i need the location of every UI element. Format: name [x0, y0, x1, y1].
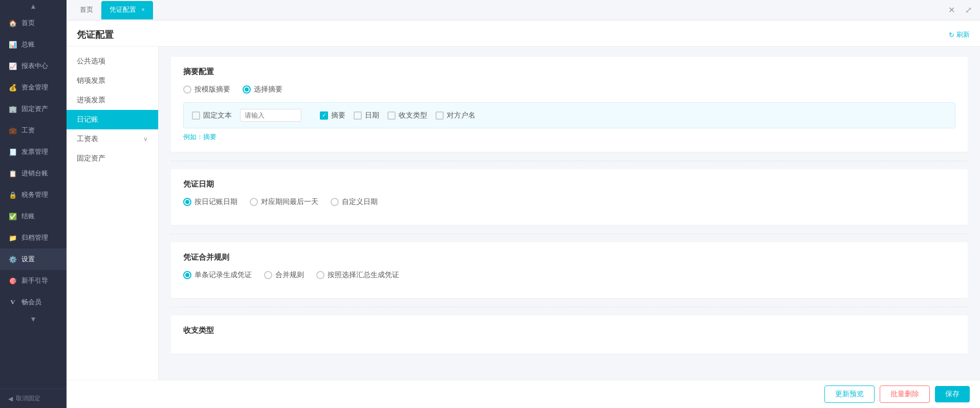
left-nav: 公共选项 销项发票 进项发票 日记账 工资表 ∨ 固定资产	[67, 47, 159, 380]
radio-circle	[264, 271, 272, 279]
radio-summary-generate[interactable]: 按照选择汇总生成凭证	[316, 270, 399, 280]
sidebar-item-reports[interactable]: 📈 报表中心	[0, 55, 67, 77]
checkbox-income-type[interactable]: 收支类型	[387, 111, 427, 120]
left-nav-fixed-assets[interactable]: 固定资产	[67, 149, 158, 168]
section-divider-2	[171, 234, 968, 234]
refresh-icon: ↻	[949, 31, 954, 39]
checkbox-summary[interactable]: 摘要	[320, 111, 345, 120]
radio-circle	[316, 271, 324, 279]
tab-voucher-config[interactable]: 凭证配置 ×	[101, 1, 153, 19]
radio-circle	[183, 85, 191, 94]
checkbox-counterpart[interactable]: 对方户名	[435, 111, 475, 120]
sidebar-item-assets[interactable]: 🏢 固定资产	[0, 98, 67, 120]
sidebar-item-label: 畅会员	[21, 298, 41, 307]
checkbox-box	[435, 111, 444, 120]
tab-home-label: 首页	[80, 5, 93, 14]
sidebar-item-ledger[interactable]: 📊 总账	[0, 34, 67, 55]
sidebar-item-label: 固定资产	[21, 104, 48, 114]
sidebar-item-funds[interactable]: 💰 资金管理	[0, 77, 67, 98]
voucher-date-radio-group: 按日记账日期 对应期间最后一天 自定义日期	[183, 197, 955, 207]
main-area: 首页 凭证配置 × ✕ ⤢ 凭证配置 ↻ 刷新 公共选项	[67, 0, 980, 408]
radio-select-summary[interactable]: 选择摘要	[243, 85, 282, 94]
tab-home[interactable]: 首页	[72, 1, 101, 19]
assets-icon: 🏢	[8, 104, 17, 114]
radio-circle-checked	[183, 198, 191, 206]
sidebar-item-label: 新手引导	[21, 276, 48, 285]
radio-single-record[interactable]: 单条记录生成凭证	[183, 270, 252, 280]
income-type-section: 收支类型	[171, 315, 968, 354]
sidebar-item-sales[interactable]: 📋 进销台账	[0, 163, 67, 184]
merge-rules-radio-group: 单条记录生成凭证 合并规则 按照选择汇总生成凭证	[183, 270, 955, 280]
left-nav-sales-invoice[interactable]: 销项发票	[67, 71, 158, 90]
refresh-button[interactable]: ↻ 刷新	[949, 30, 970, 39]
checkbox-box-checked	[320, 111, 328, 120]
sidebar-item-home[interactable]: 🏠 首页	[0, 12, 67, 34]
summary-config-section: 摘要配置 按模版摘要 选择摘要	[171, 57, 968, 152]
section-divider-1	[171, 161, 968, 161]
radio-template-summary[interactable]: 按模版摘要	[183, 85, 230, 94]
left-nav-purchase-invoice[interactable]: 进项发票	[67, 90, 158, 110]
sales-icon: 📋	[8, 169, 17, 178]
ledger-icon: 📊	[8, 40, 17, 49]
merge-rules-section: 凭证合并规则 单条记录生成凭证 合并规则 按照选择汇总生成凭证	[171, 242, 968, 299]
tab-close-window-btn[interactable]: ✕	[945, 4, 958, 16]
tab-bar: 首页 凭证配置 × ✕ ⤢	[67, 0, 980, 20]
page-header: 凭证配置 ↻ 刷新	[67, 20, 980, 47]
sidebar-item-label: 资金管理	[21, 83, 48, 92]
page-title: 凭证配置	[77, 29, 114, 41]
batch-delete-button[interactable]: 批量删除	[880, 386, 930, 403]
sidebar-item-settlement[interactable]: ✅ 结账	[0, 206, 67, 227]
layout: 公共选项 销项发票 进项发票 日记账 工资表 ∨ 固定资产	[67, 47, 980, 380]
checkbox-fixed-text[interactable]: 固定文本	[192, 111, 232, 120]
sidebar-item-label: 设置	[21, 255, 35, 264]
sidebar-item-payroll[interactable]: 💼 工资	[0, 120, 67, 141]
chevron-down-icon: ∨	[143, 135, 148, 143]
sidebar-item-vip[interactable]: V 畅会员	[0, 291, 67, 313]
left-nav-public[interactable]: 公共选项	[67, 52, 158, 71]
tab-maximize-btn[interactable]: ⤢	[962, 4, 975, 16]
settlement-icon: ✅	[8, 212, 17, 221]
settings-icon: ⚙️	[8, 255, 17, 264]
checkbox-box	[387, 111, 396, 120]
update-preview-button[interactable]: 更新预览	[824, 386, 875, 403]
example-text: 例如：摘要	[183, 132, 955, 142]
tab-voucher-config-label: 凭证配置	[110, 5, 136, 14]
tab-close-icon[interactable]: ×	[141, 6, 145, 13]
radio-journal-date[interactable]: 按日记账日期	[183, 197, 237, 207]
sidebar-item-label: 税务管理	[21, 190, 48, 199]
radio-merge-rules[interactable]: 合并规则	[264, 270, 304, 280]
funds-icon: 💰	[8, 83, 17, 92]
summary-checkbox-row: 固定文本 摘要 日期 收支类型	[183, 102, 955, 128]
checkbox-date[interactable]: 日期	[354, 111, 379, 120]
sidebar-item-guide[interactable]: 🎯 新手引导	[0, 270, 67, 291]
sidebar-item-archive[interactable]: 📁 归档管理	[0, 227, 67, 248]
fixed-text-input[interactable]	[240, 109, 301, 122]
radio-period-last-day[interactable]: 对应期间最后一天	[250, 197, 318, 207]
radio-custom-date[interactable]: 自定义日期	[331, 197, 378, 207]
left-nav-journal[interactable]: 日记账	[67, 110, 158, 129]
refresh-label: 刷新	[956, 30, 970, 39]
sidebar-unpin-btn[interactable]: ◀ 取消固定	[0, 389, 67, 408]
bottom-bar: 更新预览 批量删除 保存	[67, 380, 980, 408]
checkbox-box	[192, 111, 200, 120]
sidebar-scroll-down[interactable]: ▼	[0, 313, 67, 325]
sidebar-item-invoice[interactable]: 🧾 发票管理	[0, 141, 67, 163]
radio-circle	[331, 198, 339, 206]
summary-config-title: 摘要配置	[183, 67, 955, 77]
radio-circle	[250, 198, 258, 206]
tab-controls: ✕ ⤢	[945, 4, 975, 16]
tax-icon: 🔒	[8, 190, 17, 199]
left-nav-payroll-table[interactable]: 工资表 ∨	[67, 129, 158, 149]
voucher-date-section: 凭证日期 按日记账日期 对应期间最后一天 自定义日期	[171, 169, 968, 225]
sidebar-item-tax[interactable]: 🔒 税务管理	[0, 184, 67, 206]
sidebar-scroll-up[interactable]: ▲	[0, 0, 67, 12]
guide-icon: 🎯	[8, 276, 17, 285]
sidebar-item-settings[interactable]: ⚙️ 设置	[0, 248, 67, 270]
reports-icon: 📈	[8, 61, 17, 71]
sidebar-item-label: 首页	[21, 18, 35, 28]
save-button[interactable]: 保存	[935, 386, 970, 402]
sidebar-item-label: 工资	[21, 126, 35, 135]
sidebar-item-label: 归档管理	[21, 233, 48, 242]
merge-rules-title: 凭证合并规则	[183, 253, 955, 262]
income-type-title: 收支类型	[183, 326, 955, 335]
